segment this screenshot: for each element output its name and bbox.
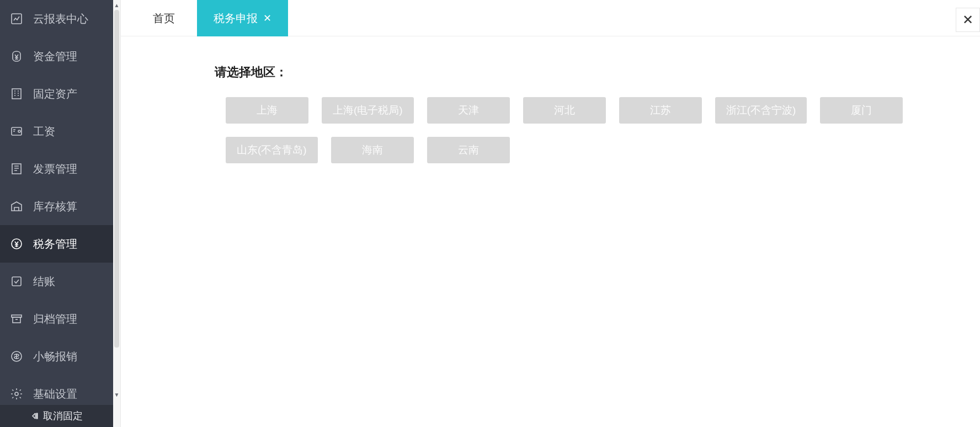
sidebar-item-label: 归档管理 [33,312,77,327]
main-area: 首页 税务申报 ✕ ✕ 请选择地区： 上海上海(电子税局)天津河北江苏浙江(不含… [121,0,980,427]
sidebar-item-label: 发票管理 [33,162,77,177]
region-button[interactable]: 天津 [427,97,510,124]
salary-icon [10,125,23,138]
sidebar-item-funds[interactable]: 资金管理 [0,38,113,75]
collapse-icon [31,412,40,420]
sidebar-item-archive[interactable]: 归档管理 [0,300,113,338]
checkout-icon [10,275,23,288]
sidebar-item-inventory[interactable]: 库存核算 [0,188,113,225]
svg-rect-8 [13,317,20,323]
chart-icon [10,12,23,25]
region-button[interactable]: 云南 [427,137,510,163]
sidebar-item-tax[interactable]: 税务管理 [0,225,113,263]
svg-rect-1 [12,89,21,99]
tab-home[interactable]: 首页 [136,0,191,36]
sidebar-footer-label: 取消固定 [43,409,83,423]
close-icon[interactable]: ✕ [263,13,271,23]
sidebar: 云报表中心 资金管理 固定资产 工资 发票管理 [0,0,113,427]
region-button[interactable]: 上海(电子税局) [322,97,414,124]
sidebar-item-label: 工资 [33,124,55,139]
sidebar-item-reimburse[interactable]: 小畅报销 [0,338,113,375]
sidebar-item-fixed-assets[interactable]: 固定资产 [0,75,113,113]
sidebar-item-label: 云报表中心 [33,12,88,26]
money-icon [10,50,23,63]
sidebar-item-label: 小畅报销 [33,349,77,364]
tab-label: 首页 [153,11,175,26]
close-icon: ✕ [962,12,973,28]
select-region-title: 请选择地区： [215,64,925,81]
region-button[interactable]: 上海 [226,97,308,124]
region-grid: 上海上海(电子税局)天津河北江苏浙江(不含宁波)厦门山东(不含青岛)海南云南 [215,97,925,163]
close-all-button[interactable]: ✕ [956,8,980,32]
tax-icon [10,237,23,250]
svg-rect-6 [12,277,21,286]
svg-point-3 [18,130,20,132]
region-button[interactable]: 厦门 [820,97,903,124]
svg-rect-12 [36,413,38,419]
sidebar-item-settings[interactable]: 基础设置 [0,375,113,405]
warehouse-icon [10,200,23,213]
sidebar-items: 云报表中心 资金管理 固定资产 工资 发票管理 [0,0,113,405]
sidebar-item-label: 结账 [33,274,55,289]
sidebar-item-label: 基础设置 [33,387,77,402]
svg-point-10 [15,392,18,396]
sidebar-unpin-button[interactable]: 取消固定 [0,405,113,427]
building-icon [10,87,23,100]
tab-label: 税务申报 [214,11,258,26]
sidebar-item-label: 资金管理 [33,49,77,64]
sidebar-item-label: 库存核算 [33,199,77,214]
tab-tax-filing[interactable]: 税务申报 ✕ [197,0,288,36]
sidebar-item-salary[interactable]: 工资 [0,113,113,150]
sidebar-item-label: 固定资产 [33,87,77,102]
region-button[interactable]: 海南 [331,137,414,163]
svg-rect-4 [12,164,21,174]
sidebar-item-label: 税务管理 [33,237,77,252]
sidebar-item-closing[interactable]: 结账 [0,263,113,300]
tab-bar: 首页 税务申报 ✕ ✕ [121,0,980,36]
region-button[interactable]: 江苏 [619,97,702,124]
scroll-track[interactable] [114,10,119,348]
region-button[interactable]: 山东(不含青岛) [226,137,318,163]
reimburse-icon [10,350,23,363]
archive-icon [10,312,23,325]
content-panel: 请选择地区： 上海上海(电子税局)天津河北江苏浙江(不含宁波)厦门山东(不含青岛… [154,36,980,427]
sidebar-item-invoice[interactable]: 发票管理 [0,150,113,188]
sidebar-scroll-column: ▲ ▼ [113,0,121,427]
region-button[interactable]: 河北 [523,97,606,124]
sidebar-item-cloud-report[interactable]: 云报表中心 [0,0,113,38]
settings-icon [10,387,23,401]
scroll-down-arrow[interactable]: ▼ [113,392,120,398]
invoice-icon [10,162,23,175]
scroll-up-arrow[interactable]: ▲ [113,2,120,9]
region-button[interactable]: 浙江(不含宁波) [715,97,807,124]
